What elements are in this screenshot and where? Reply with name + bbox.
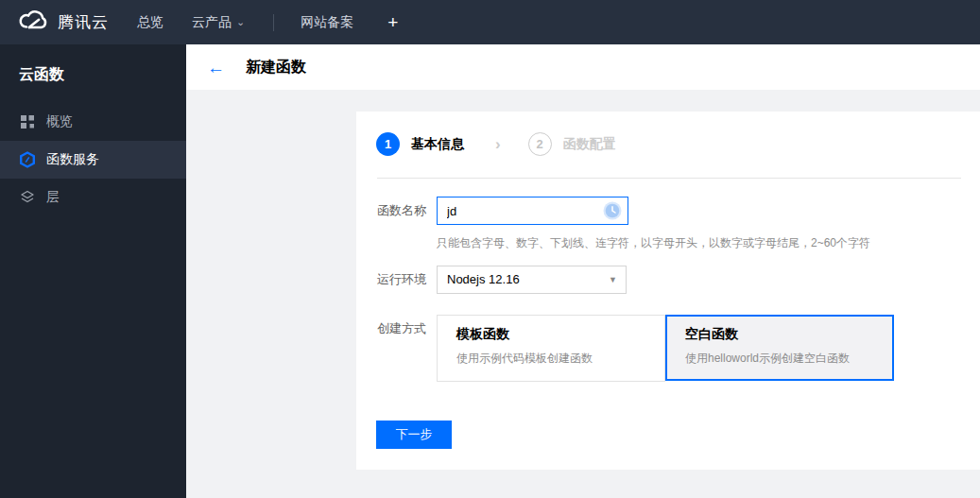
nav-website-icp[interactable]: 网站备案	[301, 14, 353, 31]
sidebar: 云函数 概览 函数服务 层	[0, 44, 186, 498]
step-1-label: 基本信息	[411, 136, 464, 153]
top-nav: 总览 云产品 ⌄ 网站备案 +	[137, 12, 398, 33]
method-card-description: 使用示例代码模板创建函数	[456, 351, 664, 367]
runtime-selected-value: Nodejs 12.16	[447, 272, 520, 286]
sidebar-item-overview[interactable]: 概览	[0, 103, 186, 141]
sidebar-item-label: 概览	[46, 113, 73, 130]
brand-name: 腾讯云	[58, 11, 109, 33]
function-name-input[interactable]	[438, 197, 598, 224]
method-card-template-function[interactable]: 模板函数 使用示例代码模板创建函数	[437, 315, 665, 382]
step-2-label: 函数配置	[563, 136, 616, 153]
sidebar-item-label: 函数服务	[46, 151, 99, 168]
cloud-logo-icon	[17, 9, 49, 36]
nav-cloud-products[interactable]: 云产品 ⌄	[192, 14, 245, 31]
next-step-button[interactable]: 下一步	[376, 421, 452, 449]
function-name-field-wrapper	[437, 197, 628, 225]
method-card-blank-function[interactable]: 空白函数 使用helloworld示例创建空白函数	[665, 315, 894, 381]
step-1-circle: 1	[376, 132, 400, 156]
nav-overview[interactable]: 总览	[137, 14, 163, 31]
sidebar-item-function-service[interactable]: 函数服务	[0, 141, 186, 179]
section-divider	[377, 178, 961, 179]
function-name-row: 函数名称	[377, 197, 628, 225]
method-card-group: 模板函数 使用示例代码模板创建函数 空白函数 使用helloworld示例创建空…	[437, 315, 894, 382]
function-name-hint: 只能包含字母、数字、下划线、连字符，以字母开头，以数字或字母结尾，2~60个字符	[437, 235, 870, 251]
sidebar-title: 云函数	[0, 44, 186, 103]
step-2-circle: 2	[528, 132, 552, 156]
wizard-steps: 1 基本信息 › 2 函数配置	[376, 132, 616, 156]
function-service-icon	[19, 151, 36, 168]
content-area: 1 基本信息 › 2 函数配置 函数名称 只能包含字母、数字、下划线、连字	[186, 90, 980, 498]
create-function-card: 1 基本信息 › 2 函数配置 函数名称 只能包含字母、数字、下划线、连字	[356, 112, 980, 470]
sidebar-item-label: 层	[46, 189, 60, 206]
function-name-label: 函数名称	[377, 197, 437, 225]
pending-clock-icon	[603, 201, 622, 220]
runtime-row: 运行环境 Nodejs 12.16 ▼	[377, 266, 627, 294]
runtime-select[interactable]: Nodejs 12.16 ▼	[437, 266, 627, 294]
select-caret-icon: ▼	[609, 266, 617, 293]
method-card-title: 空白函数	[685, 326, 892, 343]
creation-method-label: 创建方式	[377, 315, 437, 382]
creation-method-row: 创建方式 模板函数 使用示例代码模板创建函数 空白函数 使用helloworld…	[377, 315, 894, 382]
page-title: 新建函数	[246, 58, 306, 77]
tencent-cloud-logo[interactable]: 腾讯云	[17, 9, 109, 36]
sidebar-item-layers[interactable]: 层	[0, 179, 186, 216]
layers-icon	[19, 189, 36, 206]
method-card-description: 使用helloworld示例创建空白函数	[685, 351, 892, 367]
runtime-label: 运行环境	[377, 266, 437, 294]
add-tab-button[interactable]: +	[387, 12, 398, 33]
page-header: ← 新建函数	[186, 44, 980, 90]
back-arrow-icon[interactable]: ←	[207, 59, 225, 77]
top-navbar: 腾讯云 总览 云产品 ⌄ 网站备案 +	[0, 0, 980, 44]
step-separator-chevron-icon: ›	[495, 136, 501, 152]
grid-icon	[19, 113, 36, 130]
nav-divider	[273, 14, 274, 31]
method-card-title: 模板函数	[456, 326, 664, 343]
chevron-down-icon: ⌄	[236, 16, 245, 28]
